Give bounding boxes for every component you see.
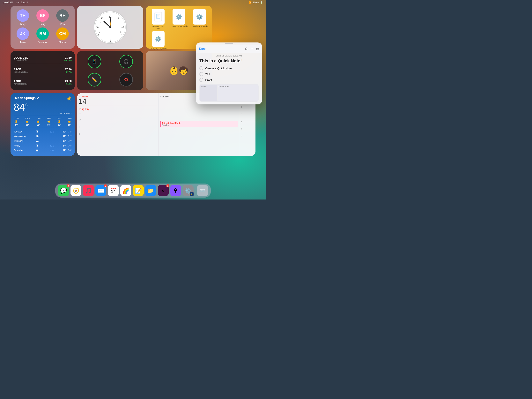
pencil-control[interactable]: ✏️ (88, 73, 101, 86)
clock-widget: 12 3 6 9 2 10 4 8 1 11 5 7 (77, 6, 143, 49)
cal-monday-label: MONDAY (79, 96, 157, 98)
weather-header: Ocean Springs ↗ ☀️ (14, 96, 72, 101)
dock-messages[interactable]: 💬 3 (58, 185, 69, 196)
quick-note-widget[interactable]: Done ⎙ ··· ▤ June 14, 2021 at 10:06 AM T… (196, 42, 262, 104)
file-name-1: tvOS_15...ta_Profile (172, 25, 186, 27)
contact-jacob[interactable]: JK Jacob (17, 27, 29, 44)
dock-settings-1password[interactable]: ⚙️ 🔐 (183, 185, 194, 196)
file-item-2[interactable]: ⚙️ watchOS...a_Profile (193, 9, 206, 29)
compose-icon[interactable]: ⎙ (245, 47, 247, 51)
forecast-fri: Friday 🌦 40% 84° 76° (14, 143, 72, 148)
wifi-icon: 📶 (249, 1, 252, 4)
svg-point-20 (109, 26, 111, 28)
contact-name-jacob: Jacob (20, 41, 26, 44)
ticker-doge: DOGE-USD (14, 56, 28, 59)
dock-files[interactable]: 📁 (145, 185, 156, 196)
circle-control[interactable]: ⭕ (119, 73, 133, 86)
avatar-BM: BM (36, 27, 49, 40)
cal-monday-num: 14 (79, 98, 157, 105)
gallery-icon[interactable]: ▤ (256, 47, 259, 51)
weather-city: Ocean Springs ↗ (14, 96, 39, 100)
flag-day-event[interactable]: Flag Day (79, 108, 157, 110)
checkbox-2[interactable] (199, 78, 203, 82)
keyboard-button[interactable]: ⌨️ (197, 185, 208, 196)
notes-icon-group: ⎙ ··· ▤ (245, 47, 259, 51)
notes-checklist: Create a Quick Note ??? Profit (199, 66, 259, 82)
svg-text:4: 4 (121, 34, 122, 36)
dock-notes[interactable]: 📝 (133, 185, 144, 196)
dock-mail[interactable]: ✉️ 6 (95, 185, 106, 196)
checkbox-0[interactable] (199, 66, 203, 70)
dock-photos[interactable]: 🌈 (120, 185, 131, 196)
file-item-3[interactable]: ⚙️ iOS_15_...ta_Profile (151, 31, 165, 50)
after-school-event[interactable]: After School Radio 6:00 PM (160, 121, 238, 127)
contact-emily[interactable]: EF Emily (36, 9, 49, 26)
dock-podcasts[interactable]: 🎙 (170, 185, 181, 196)
notes-item-1[interactable]: ??? (199, 72, 259, 76)
cal-monday-col: MONDAY 14 Flag Day 11 12 1 2 (77, 93, 158, 156)
ipad-control[interactable]: 📱 (88, 55, 101, 68)
hour-4: 3PM ☀️ 89° (57, 117, 61, 126)
file-item-0[interactable]: 📄 9to5Mac...g All Day (151, 9, 165, 29)
onepassword-icon: 🔐 (190, 192, 194, 196)
price-doge: 0.330 (64, 56, 72, 59)
file-icon-2: ⚙️ (193, 9, 206, 25)
stock-row-doge[interactable]: DOGE-USD Dogecoin USD 0.330 +6.76% (14, 56, 72, 63)
weather-forecast: Tuesday 🌦 50% 92° 74° Wednesday 🌥 91° 72… (14, 128, 72, 153)
change-doge: +6.76% (64, 59, 72, 62)
ipad-icon: 📱 (92, 59, 97, 64)
file-icon-3: ⚙️ (152, 31, 165, 47)
svg-text:9: 9 (96, 26, 98, 29)
weather-sun-icon: ☀️ (67, 96, 72, 101)
dock-music[interactable]: 🎵 (83, 185, 94, 196)
file-item-1[interactable]: ⚙️ tvOS_15...ta_Profile (172, 9, 186, 29)
weather-temp: 84° (14, 101, 72, 113)
dock-calendar[interactable]: MON 14 (108, 185, 119, 196)
forecast-thu: Thursday 🌥 90° 72° (14, 139, 72, 143)
notes-item-0[interactable]: Create a Quick Note (199, 66, 259, 70)
clock-face: 12 3 6 9 2 10 4 8 1 11 5 7 (94, 11, 127, 44)
notes-item-2[interactable]: Profit (199, 78, 259, 82)
podcasts-icon: 🎙 (173, 187, 178, 194)
ticker-ajrd: AJRD (14, 80, 28, 83)
svg-text:11: 11 (99, 22, 101, 24)
contacts-widget[interactable]: TH Tracy EF Emily RH Rory JK Jacob BM (11, 6, 75, 49)
stocks-widget: DOGE-USD Dogecoin USD 0.330 +6.76% SPCE … (11, 51, 75, 90)
time-labels: 11 12 1 2 (79, 112, 157, 135)
headphone-control[interactable]: 🎧 (119, 55, 133, 68)
avatar-CM: CM (56, 27, 69, 40)
mail-badge: 6 (104, 184, 107, 187)
stock-row-ajrd[interactable]: AJRD Aerojet Rocket... 49.60 +0.18% (14, 79, 72, 85)
notes-content: June 14, 2021 at 10:06 AM This is a Quic… (196, 53, 262, 104)
contact-tracy[interactable]: TH Tracy (17, 9, 29, 26)
contact-benjamin[interactable]: BM Benjamin (36, 27, 49, 44)
messages-icon: 💬 (60, 187, 67, 194)
avatar-TH: TH (17, 9, 29, 22)
music-icon: 🎵 (85, 187, 92, 194)
mail-icon: ✉️ (98, 187, 104, 194)
more-icon[interactable]: ··· (250, 47, 253, 51)
notes-done-button[interactable]: Done (199, 47, 206, 51)
svg-text:3: 3 (123, 26, 124, 29)
file-icon-1: ⚙️ (172, 9, 185, 25)
dock-safari[interactable]: 🧭 (70, 185, 81, 196)
files-widget[interactable]: 📄 9to5Mac...g All Day ⚙️ tvOS_15...ta_Pr… (146, 6, 212, 49)
contact-chance[interactable]: CM Chance (56, 27, 69, 44)
dock-slack[interactable]: # 1 (158, 185, 169, 196)
name-ajrd: Aerojet Rocket... (14, 83, 28, 85)
calendar-icon: MON 14 (111, 188, 116, 194)
hour-0: 11AM ☀️ 87° (14, 117, 19, 126)
stock-row-spce[interactable]: SPCE Virgin Galactic... 37.30 +6.27% (14, 68, 72, 75)
file-icon-0: 📄 (152, 9, 165, 25)
status-right: 📶 100% 🔋 (249, 1, 263, 4)
contacts-grid: TH Tracy EF Emily RH Rory JK Jacob BM (13, 9, 72, 44)
drag-handle[interactable] (225, 43, 233, 44)
svg-text:8: 8 (98, 34, 99, 36)
checkbox-1[interactable] (199, 72, 203, 76)
status-time: 10:06 AM Mon Jun 14 (3, 1, 28, 4)
hour-3: 2PM ☀️ 89° (47, 117, 51, 126)
slack-badge: 1 (166, 184, 169, 187)
safari-icon: 🧭 (73, 187, 79, 194)
event-title: After School Radio (162, 122, 237, 124)
contact-rory[interactable]: RH Rory (56, 9, 69, 26)
